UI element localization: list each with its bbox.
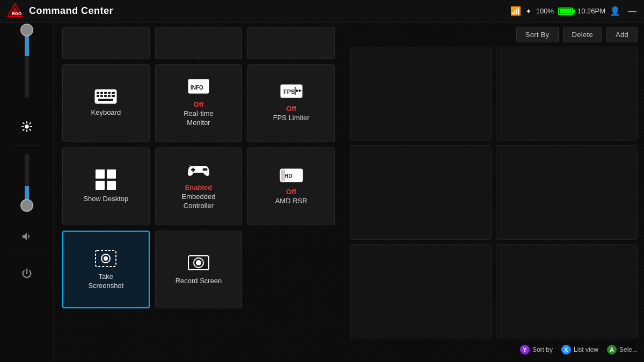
svg-rect-42 — [281, 169, 285, 181]
title-bar: ROG Command Center 📶 ✦ 100% 10:26PM 👤 — — [0, 0, 644, 23]
list-view-icon: X — [561, 345, 571, 354]
svg-rect-16 — [104, 92, 107, 94]
right-toolbar: Sort By Delete Add — [350, 27, 638, 42]
mid-slider-container — [25, 154, 29, 218]
tile-realtime-status: Off — [194, 100, 204, 108]
tiles-panel: Keyboard INFO Off Real-timeMonitor — [54, 23, 343, 362]
right-tile-6[interactable] — [496, 244, 638, 338]
top-tile-2[interactable] — [155, 27, 243, 59]
tile-record-label: Record Screen — [175, 277, 222, 286]
svg-rect-22 — [108, 95, 111, 97]
tile-fps-label: FPS Limiter — [273, 114, 310, 123]
brightness-icon[interactable] — [17, 117, 36, 136]
embedded-controller-icon — [187, 162, 210, 179]
svg-line-10 — [30, 123, 31, 124]
tile-realtime-label: Real-timeMonitor — [184, 109, 214, 128]
select-label: Sele... — [619, 346, 638, 353]
svg-rect-32 — [107, 169, 116, 179]
svg-rect-19 — [97, 95, 99, 97]
top-row-tiles — [62, 27, 335, 59]
tile-show-desktop-label: Show Desktop — [83, 195, 128, 204]
svg-rect-14 — [97, 92, 99, 94]
battery-bar-icon — [558, 8, 573, 15]
select-button[interactable]: A Sele... — [607, 345, 638, 354]
minimize-button[interactable]: — — [627, 6, 638, 17]
mid-slider[interactable] — [25, 154, 29, 208]
sort-by-button[interactable]: Sort By — [516, 27, 559, 42]
svg-rect-20 — [100, 95, 103, 97]
tile-realtime-monitor[interactable]: INFO Off Real-timeMonitor — [155, 64, 243, 142]
content-area: Keyboard INFO Off Real-timeMonitor — [54, 23, 644, 362]
right-panel: Sort By Delete Add Y So — [343, 23, 644, 362]
svg-text:FPS: FPS — [283, 88, 295, 95]
bottom-bar: Y Sort by X List view A Sele... — [350, 342, 638, 358]
svg-text:INFO: INFO — [191, 85, 203, 91]
bluetooth-icon: ✦ — [525, 7, 532, 16]
sort-by-icon: Y — [520, 345, 530, 354]
tile-controller-status: Enabled — [185, 183, 213, 191]
right-tile-2[interactable] — [496, 47, 638, 141]
tile-amd-status: Off — [286, 188, 296, 196]
svg-marker-12 — [22, 233, 26, 241]
add-button[interactable]: Add — [606, 27, 638, 42]
user-icon: 👤 — [610, 6, 620, 16]
sort-by-bottom-button[interactable]: Y Sort by — [520, 345, 553, 354]
tile-amd-label: AMD RSR — [275, 197, 308, 206]
tile-amd-rsr[interactable]: HD Off AMD RSR — [247, 147, 335, 225]
svg-line-11 — [23, 129, 24, 130]
tile-keyboard[interactable]: Keyboard — [62, 64, 150, 142]
fps-limiter-icon: FPS ▶▶ — [280, 84, 303, 100]
top-tile-3[interactable] — [247, 27, 335, 59]
main-layout: Keyboard INFO Off Real-timeMonitor — [0, 23, 644, 362]
tile-fps-limiter[interactable]: FPS ▶▶ Off FPS Limiter — [247, 64, 335, 142]
sidebar-divider-2 — [11, 255, 42, 255]
tile-record-screen[interactable]: Record Screen — [155, 231, 243, 308]
app-title: Command Center — [29, 5, 113, 17]
tile-show-desktop[interactable]: Show Desktop — [62, 147, 150, 225]
svg-point-45 — [104, 256, 108, 261]
show-desktop-icon — [95, 169, 116, 190]
sidebar — [0, 23, 54, 362]
realtime-monitor-icon: INFO — [188, 79, 209, 96]
tile-take-screenshot[interactable]: TakeScreenshot — [62, 231, 150, 308]
svg-rect-15 — [100, 92, 103, 94]
battery-percent: 100% — [536, 7, 554, 15]
tiles-grid: Keyboard INFO Off Real-timeMonitor — [62, 64, 335, 308]
svg-rect-34 — [107, 181, 116, 190]
volume-icon[interactable] — [17, 227, 36, 246]
mid-slider-thumb[interactable] — [20, 199, 33, 212]
sort-by-label: Sort by — [532, 346, 553, 353]
right-tile-3[interactable] — [350, 145, 492, 240]
record-screen-icon — [187, 253, 210, 272]
tile-fps-status: Off — [286, 105, 296, 113]
right-tile-5[interactable] — [350, 244, 492, 338]
svg-line-8 — [23, 123, 24, 124]
top-slider-container — [25, 28, 29, 108]
svg-point-3 — [25, 124, 28, 128]
tile-embedded-controller[interactable]: Enabled EmbeddedController — [155, 147, 243, 225]
svg-rect-31 — [96, 169, 105, 179]
svg-rect-17 — [108, 92, 111, 94]
status-icons: 📶 ✦ 100% 10:26PM 👤 — [510, 6, 620, 16]
svg-text:ROG: ROG — [12, 11, 21, 16]
keyboard-icon — [94, 89, 117, 104]
tile-keyboard-label: Keyboard — [91, 108, 121, 117]
list-view-button[interactable]: X List view — [561, 345, 598, 354]
right-tile-4[interactable] — [496, 145, 638, 240]
top-slider[interactable] — [25, 28, 29, 98]
svg-text:▶▶: ▶▶ — [296, 88, 302, 92]
sidebar-divider-1 — [11, 145, 42, 145]
top-slider-thumb[interactable] — [20, 24, 33, 36]
right-tile-1[interactable] — [350, 47, 492, 141]
wifi-icon: 📶 — [510, 6, 521, 16]
clock: 10:26PM — [577, 7, 605, 15]
top-tile-1[interactable] — [62, 27, 150, 59]
svg-rect-21 — [104, 95, 107, 97]
svg-rect-33 — [96, 181, 105, 190]
amd-rsr-icon: HD — [280, 167, 303, 183]
tile-screenshot-label: TakeScreenshot — [88, 272, 123, 291]
delete-button[interactable]: Delete — [563, 27, 602, 42]
select-icon: A — [607, 345, 617, 354]
power-icon[interactable] — [17, 264, 36, 283]
rog-logo-icon: ROG — [6, 3, 24, 20]
